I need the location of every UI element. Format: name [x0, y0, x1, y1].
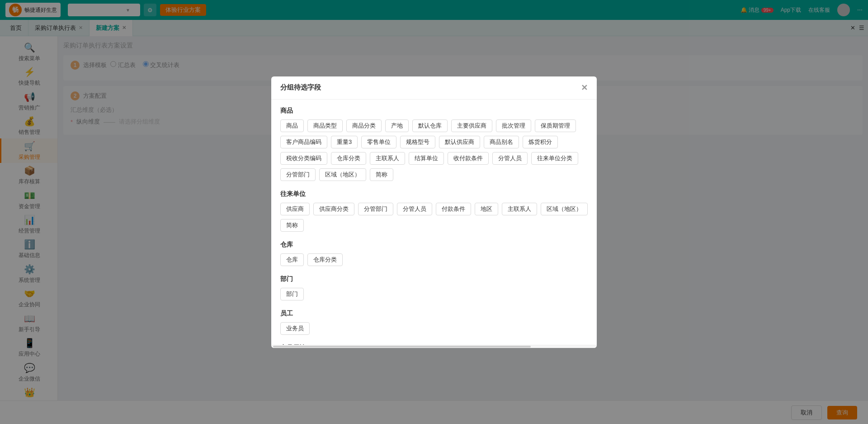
section-warehouse: 仓库 仓库 仓库分类 — [280, 241, 588, 266]
field-tag-weight[interactable]: 重量3 — [331, 136, 358, 148]
modal-horizontal-scrollbar[interactable] — [271, 345, 597, 348]
section-department: 部门 部门 — [280, 275, 588, 300]
modal-header: 分组待选字段 ✕ — [271, 76, 597, 100]
section-warehouse-title: 仓库 — [280, 241, 588, 249]
field-tag-counterpart-category[interactable]: 往来单位分类 — [531, 152, 578, 165]
field-tag-spec-model[interactable]: 规格型号 — [400, 136, 435, 148]
field-tag-product-alias[interactable]: 商品别名 — [484, 136, 519, 148]
field-tag-salesperson[interactable]: 业务员 — [280, 322, 310, 335]
field-tag-default-supplier[interactable]: 默认供应商 — [439, 136, 480, 148]
field-tag-batch-management[interactable]: 批次管理 — [496, 119, 531, 132]
field-tag-product-type[interactable]: 商品类型 — [307, 119, 343, 132]
modal-title: 分组待选字段 — [280, 83, 321, 92]
field-tag-settlement-unit[interactable]: 结算单位 — [409, 152, 444, 165]
field-tag-supplier-category[interactable]: 供应商分类 — [313, 203, 354, 215]
field-tag-managed-dept[interactable]: 分管部门 — [358, 203, 393, 215]
field-tag-managed-person[interactable]: 分管人员 — [397, 203, 432, 215]
field-tag-tax-code[interactable]: 税收分类编码 — [280, 152, 327, 165]
field-tag-area[interactable]: 地区 — [475, 203, 498, 215]
field-tag-product[interactable]: 商品 — [280, 119, 304, 132]
modal-overlay: 分组待选字段 ✕ 商品 商品 商品类型 商品分类 产地 默认仓库 主要供应商 批… — [0, 0, 868, 424]
modal: 分组待选字段 ✕ 商品 商品 商品类型 商品分类 产地 默认仓库 主要供应商 批… — [271, 76, 597, 348]
field-tag-warehouse-category[interactable]: 仓库分类 — [331, 152, 366, 165]
field-tag-main-contact-2[interactable]: 主联系人 — [502, 203, 537, 215]
section-employee-tags: 业务员 — [280, 322, 588, 335]
section-counterpart-tags: 供应商 供应商分类 分管部门 分管人员 付款条件 地区 主联系人 区域（地区） … — [280, 203, 588, 232]
field-tag-retail-unit[interactable]: 零售单位 — [361, 136, 396, 148]
field-tag-department[interactable]: 部门 — [280, 288, 304, 300]
section-product-tags: 商品 商品类型 商品分类 产地 默认仓库 主要供应商 批次管理 保质期管理 客户… — [280, 119, 588, 181]
field-tag-supervisor[interactable]: 分管人员 — [492, 152, 528, 165]
section-department-title: 部门 — [280, 275, 588, 283]
modal-close-button[interactable]: ✕ — [581, 83, 588, 93]
section-counterpart-title: 往来单位 — [280, 190, 588, 198]
field-tag-main-contact[interactable]: 主联系人 — [370, 152, 405, 165]
field-tag-origin[interactable]: 产地 — [385, 119, 409, 132]
field-tag-main-supplier[interactable]: 主要供应商 — [451, 119, 492, 132]
modal-body: 商品 商品 商品类型 商品分类 产地 默认仓库 主要供应商 批次管理 保质期管理… — [271, 100, 597, 345]
section-department-tags: 部门 — [280, 288, 588, 300]
field-tag-region[interactable]: 区域（地区） — [319, 168, 366, 181]
section-counterpart: 往来单位 供应商 供应商分类 分管部门 分管人员 付款条件 地区 主联系人 区域… — [280, 190, 588, 232]
section-product: 商品 商品 商品类型 商品分类 产地 默认仓库 主要供应商 批次管理 保质期管理… — [280, 107, 588, 181]
field-tag-region-area[interactable]: 区域（地区） — [541, 203, 588, 215]
field-tag-warehouse[interactable]: 仓库 — [280, 253, 304, 266]
field-tag-product-category[interactable]: 商品分类 — [346, 119, 382, 132]
modal-scrollbar-thumb — [273, 346, 531, 348]
field-tag-warehouse-type[interactable]: 仓库分类 — [307, 253, 343, 266]
field-tag-supplier[interactable]: 供应商 — [280, 203, 310, 215]
field-tag-dept[interactable]: 分管部门 — [280, 168, 316, 181]
section-product-title: 商品 — [280, 107, 588, 115]
section-warehouse-tags: 仓库 仓库分类 — [280, 253, 588, 266]
section-employee-title: 员工 — [280, 310, 588, 318]
field-tag-short-name-2[interactable]: 简称 — [280, 219, 304, 232]
field-tag-expiry-management[interactable]: 保质期管理 — [535, 119, 576, 132]
section-employee: 员工 业务员 — [280, 310, 588, 335]
field-tag-refine-points[interactable]: 炼货积分 — [523, 136, 558, 148]
field-tag-payment-terms[interactable]: 收付款条件 — [448, 152, 489, 165]
field-tag-default-warehouse[interactable]: 默认仓库 — [412, 119, 448, 132]
field-tag-payment-condition[interactable]: 付款条件 — [436, 203, 471, 215]
field-tag-short-name[interactable]: 简称 — [370, 168, 393, 181]
field-tag-customer-code[interactable]: 客户商品编码 — [280, 136, 327, 148]
